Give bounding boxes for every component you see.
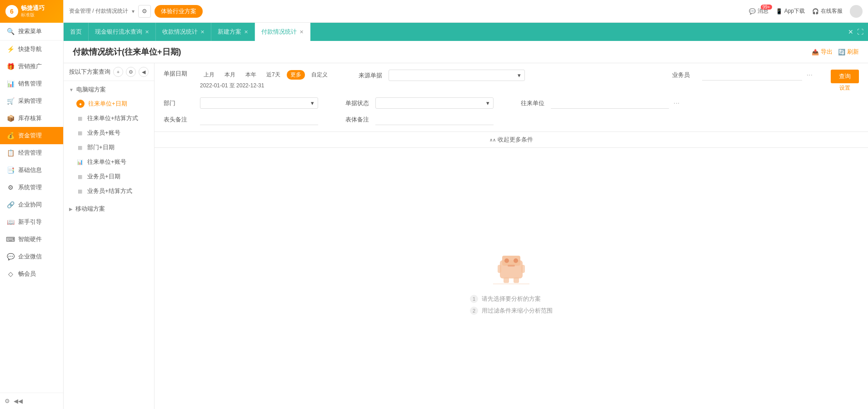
- sidebar-item-marketing[interactable]: 🎁 营销推广: [0, 58, 63, 75]
- topbar-left: 资金管理 / 付款情况统计 ▾ ⚙ 体验行业方案: [69, 5, 744, 18]
- app-download-button[interactable]: 📱 App下载: [776, 7, 805, 15]
- collapse-label: 收起更多条件: [498, 136, 533, 144]
- date-btn-7days[interactable]: 近7天: [263, 70, 284, 80]
- tab-cashflow-close[interactable]: ✕: [145, 29, 149, 35]
- inventory-icon: 📦: [6, 114, 15, 122]
- tab-payment-stats[interactable]: 付款情况统计 ✕: [255, 23, 310, 41]
- tip-text-2: 用过滤条件来缩小分析范围: [482, 307, 553, 315]
- header-note-input[interactable]: [200, 114, 318, 125]
- scheme-group-desktop-arrow: ▼: [69, 87, 74, 92]
- tab-payment-stats-close[interactable]: ✕: [299, 29, 304, 35]
- customer-service-button[interactable]: 🎧 在线客服: [812, 7, 843, 15]
- sidebar-item-enterprise[interactable]: 🔗 企业协同: [0, 196, 63, 213]
- date-btn-last-month[interactable]: 上月: [200, 70, 218, 80]
- scheme-item-dept-date[interactable]: ▦ 部门+日期: [64, 140, 154, 155]
- query-button[interactable]: 查询: [831, 70, 859, 83]
- body-note-input[interactable]: [375, 114, 494, 125]
- guide-icon: 📖: [6, 218, 15, 226]
- staff-input[interactable]: [702, 70, 802, 81]
- sidebar-item-wechat[interactable]: 💬 企业微信: [0, 248, 63, 265]
- scheme-item-counterparty-date-label: 往来单位+日期: [88, 100, 127, 108]
- page-content: 付款情况统计(往来单位+日期) 📤 导出 🔄 刷新 按以下方案查询: [64, 41, 868, 409]
- scheme-active-icon: ●: [76, 100, 85, 108]
- trial-button[interactable]: 体验行业方案: [155, 5, 203, 18]
- sidebar-item-operations[interactable]: 📋 经营管理: [0, 144, 63, 162]
- scheme-item-counterparty-settle[interactable]: ▦ 往来单位+结算方式: [64, 111, 154, 126]
- scheme-item-staff-date[interactable]: ▦ 业务员+日期: [64, 169, 154, 184]
- tab-receivable[interactable]: 收款情况统计 ✕: [156, 23, 211, 41]
- scheme-item-counterparty-date[interactable]: ● 往来单位+日期: [64, 96, 154, 111]
- settings-link[interactable]: 设置: [839, 84, 850, 92]
- sidebar-item-hardware[interactable]: ⌨ 智能硬件: [0, 231, 63, 248]
- tab-receivable-close[interactable]: ✕: [200, 29, 205, 35]
- vip-icon: ◇: [6, 270, 15, 278]
- sidebar-item-finance[interactable]: 💰 资金管理: [0, 127, 63, 144]
- scheme-group-desktop-header[interactable]: ▼ 电脑端方案: [64, 83, 154, 96]
- svg-rect-5: [498, 265, 501, 273]
- svg-rect-6: [521, 265, 525, 273]
- page-title: 付款情况统计(往来单位+日期): [73, 46, 181, 57]
- scheme-item-staff-settle-label: 业务员+结算方式: [87, 187, 132, 195]
- tab-new-scheme-close[interactable]: ✕: [244, 29, 248, 35]
- sidebar-item-inventory[interactable]: 📦 库存核算: [0, 110, 63, 127]
- scheme-add-button[interactable]: +: [113, 67, 123, 77]
- tab-home[interactable]: 首页: [64, 23, 89, 41]
- tab-close-all-button[interactable]: ✕: [848, 28, 853, 35]
- nav-label-purchase: 采购管理: [18, 97, 42, 105]
- tab-new-scheme[interactable]: 新建方案 ✕: [211, 23, 255, 41]
- date-btn-this-month[interactable]: 本月: [221, 70, 239, 80]
- date-btn-this-year[interactable]: 本年: [242, 70, 260, 80]
- nav-label-vip: 畅会员: [18, 270, 36, 278]
- scheme-item-counterparty-account[interactable]: 📊 往来单位+账号: [64, 155, 154, 169]
- export-button[interactable]: 📤 导出: [812, 48, 833, 56]
- scheme-item-staff-account[interactable]: ▦ 业务员+账号: [64, 126, 154, 140]
- scheme-settings-button[interactable]: ⚙: [126, 67, 136, 77]
- sidebar-item-guide[interactable]: 📖 新手引导: [0, 213, 63, 231]
- refresh-button[interactable]: 🔄 刷新: [838, 48, 859, 56]
- collapse-button[interactable]: ∧∧ 收起更多条件: [489, 136, 533, 144]
- body-note-label: 表体备注: [345, 116, 373, 124]
- counterparty-input[interactable]: [551, 98, 669, 109]
- scheme-collapse-button[interactable]: ◀: [139, 67, 149, 77]
- nav-label-hardware: 智能硬件: [18, 235, 42, 243]
- footer-settings-icon[interactable]: ⚙: [5, 398, 10, 404]
- topbar-dropdown-icon[interactable]: ▾: [132, 8, 135, 15]
- date-btn-more[interactable]: 更多: [287, 70, 305, 80]
- app-download-label: App下载: [784, 7, 805, 15]
- source-select[interactable]: ▾: [389, 70, 525, 81]
- tip-num-1: 1: [470, 295, 478, 303]
- sidebar-item-sales[interactable]: 📊 销售管理: [0, 75, 63, 92]
- messages-button[interactable]: 💬 消息 99+: [749, 7, 768, 15]
- voucher-status-select[interactable]: ▾: [375, 97, 494, 109]
- sidebar-item-basic-info[interactable]: 📑 基础信息: [0, 162, 63, 179]
- topbar-settings-button[interactable]: ⚙: [138, 5, 151, 18]
- logo-icon: 6: [5, 5, 18, 18]
- scheme-group-mobile-header[interactable]: ▶ 移动端方案: [64, 202, 154, 216]
- filter-row-1: 单据日期 上月 本月 本年 近7天 更多 自定义 2022-01-01 至 20…: [164, 70, 859, 92]
- tip-num-2: 2: [470, 307, 478, 315]
- scheme-item-staff-settle[interactable]: ▦ 业务员+结算方式: [64, 184, 154, 198]
- counterparty-dots[interactable]: ···: [673, 99, 679, 107]
- footer-collapse-icon[interactable]: ◀◀: [14, 398, 23, 404]
- sidebar-item-vip[interactable]: ◇ 畅会员: [0, 265, 63, 283]
- voucher-status-arrow: ▾: [486, 100, 489, 106]
- scheme-add-icon: +: [117, 69, 120, 75]
- date-btn-custom[interactable]: 自定义: [308, 70, 331, 80]
- scheme-item-icon-4: 📊: [76, 158, 84, 166]
- scheme-item-icon-1: ▦: [76, 115, 84, 122]
- sidebar-item-system[interactable]: ⚙ 系统管理: [0, 179, 63, 196]
- user-avatar[interactable]: [850, 5, 863, 18]
- tab-expand-button[interactable]: ⛶: [857, 28, 863, 35]
- sidebar-item-quick-nav[interactable]: ⚡ 快捷导航: [0, 40, 63, 58]
- logo-text-block: 畅捷通巧 标准版: [21, 5, 45, 18]
- filter-row-3: 表头备注 表体备注: [164, 114, 859, 125]
- nav-label-guide: 新手引导: [18, 218, 42, 226]
- scheme-collapse-icon: ◀: [142, 69, 145, 75]
- staff-dots[interactable]: ···: [807, 71, 813, 79]
- sidebar-item-purchase[interactable]: 🛒 采购管理: [0, 92, 63, 110]
- tab-cashflow[interactable]: 现金银行流水查询 ✕: [89, 23, 156, 41]
- tab-receivable-label: 收款情况统计: [162, 28, 198, 36]
- tab-payment-stats-label: 付款情况统计: [261, 28, 297, 36]
- sidebar-search[interactable]: 🔍 搜索菜单: [0, 23, 63, 40]
- dept-select[interactable]: ▾: [200, 97, 318, 109]
